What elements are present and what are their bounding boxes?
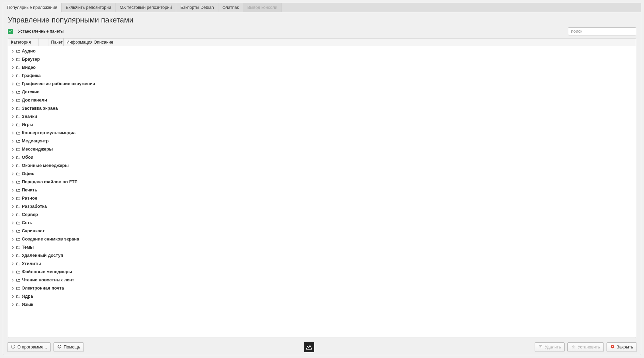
chevron-right-icon bbox=[11, 148, 14, 151]
category-row[interactable]: Передача файлов по FTP bbox=[8, 178, 636, 186]
chevron-right-icon bbox=[11, 238, 14, 241]
category-label: Создание снимков экрана bbox=[22, 236, 79, 243]
category-row[interactable]: Офис bbox=[8, 170, 636, 178]
chevron-right-icon bbox=[11, 107, 14, 110]
column-blank[interactable] bbox=[39, 38, 48, 46]
chevron-right-icon bbox=[11, 91, 14, 94]
category-label: Сервер bbox=[22, 211, 38, 218]
footer-bar: О программе... Помощь Удалить Установить bbox=[3, 339, 641, 355]
category-row[interactable]: Сервер bbox=[8, 211, 636, 219]
category-row[interactable]: Разработка bbox=[8, 202, 636, 211]
category-label: Скринкаст bbox=[22, 228, 45, 234]
category-row[interactable]: Браузер bbox=[8, 55, 636, 63]
category-row[interactable]: Разное bbox=[8, 194, 636, 202]
folder-icon bbox=[16, 286, 20, 291]
chevron-right-icon bbox=[11, 287, 14, 290]
chevron-right-icon bbox=[11, 156, 14, 159]
column-description[interactable]: Описание bbox=[91, 38, 636, 46]
category-row[interactable]: Обои bbox=[8, 153, 636, 161]
chevron-right-icon bbox=[11, 50, 14, 53]
folder-icon bbox=[16, 213, 20, 217]
category-row[interactable]: Графические рабочие окружения bbox=[8, 80, 636, 88]
category-row[interactable]: Детские bbox=[8, 88, 636, 96]
folder-icon bbox=[16, 245, 20, 250]
about-button[interactable]: О программе... bbox=[7, 342, 51, 352]
folder-icon bbox=[16, 229, 20, 233]
category-label: Сеть bbox=[22, 219, 32, 226]
category-row[interactable]: Создание снимков экрана bbox=[8, 235, 636, 243]
chevron-right-icon bbox=[11, 66, 14, 69]
folder-icon bbox=[16, 82, 20, 86]
category-row[interactable]: Язык bbox=[8, 300, 636, 309]
tree-body[interactable]: АудиоБраузерВидеоГрафикаГрафические рабо… bbox=[8, 46, 636, 338]
chevron-right-icon bbox=[11, 254, 14, 257]
install-label: Установить bbox=[578, 345, 600, 349]
category-row[interactable]: Электронная почта bbox=[8, 284, 636, 292]
chevron-right-icon bbox=[11, 205, 14, 208]
category-row[interactable]: Утилиты bbox=[8, 260, 636, 268]
category-label: Чтение новостных лент bbox=[22, 277, 74, 283]
column-package[interactable]: Пакет bbox=[48, 38, 64, 46]
folder-icon bbox=[16, 270, 20, 274]
category-row[interactable]: Видео bbox=[8, 63, 636, 72]
category-label: Медиацентр bbox=[22, 138, 49, 144]
column-info[interactable]: Информация bbox=[64, 38, 91, 46]
column-category[interactable]: Категория bbox=[8, 38, 39, 46]
category-row[interactable]: Аудио bbox=[8, 47, 636, 55]
lifebuoy-icon bbox=[57, 344, 62, 350]
tab-mx-тестовый-репозиторий[interactable]: MX тестовый репозиторий bbox=[116, 3, 176, 12]
search-input[interactable] bbox=[568, 27, 636, 35]
category-row[interactable]: Скринкаст bbox=[8, 227, 636, 235]
category-label: Электронная почта bbox=[22, 285, 64, 292]
category-row[interactable]: Удалённый доступ bbox=[8, 251, 636, 260]
category-row[interactable]: Мессенджеры bbox=[8, 145, 636, 153]
category-row[interactable]: Графика bbox=[8, 72, 636, 80]
folder-icon bbox=[16, 221, 20, 225]
chevron-right-icon bbox=[11, 197, 14, 200]
legend-text: = Установленные пакеты bbox=[14, 29, 64, 34]
page-title: Управление популярными пакетами bbox=[8, 16, 636, 25]
tab-бэкпорты-debian[interactable]: Бэкпорты Debian bbox=[176, 3, 218, 12]
category-row[interactable]: Печать bbox=[8, 186, 636, 194]
folder-icon bbox=[16, 237, 20, 242]
close-button[interactable]: Закрыть bbox=[607, 342, 637, 352]
uninstall-icon bbox=[538, 344, 543, 350]
chevron-right-icon bbox=[11, 123, 14, 126]
category-row[interactable]: Файловые менеджеры bbox=[8, 268, 636, 276]
category-row[interactable]: Док панели bbox=[8, 96, 636, 104]
folder-icon bbox=[16, 172, 20, 176]
svg-rect-10 bbox=[572, 348, 575, 348]
category-row[interactable]: Темы bbox=[8, 243, 636, 251]
category-row[interactable]: Игры bbox=[8, 121, 636, 129]
tab-популярные-приложения[interactable]: Популярные приложения bbox=[3, 3, 62, 12]
category-label: Конвертер мультимедиа bbox=[22, 129, 76, 136]
category-label: Графические рабочие окружения bbox=[22, 80, 95, 87]
install-button[interactable]: Установить bbox=[567, 342, 604, 352]
tab-включить-репозитории[interactable]: Включить репозитории bbox=[62, 3, 116, 12]
footer-spacer bbox=[87, 342, 532, 352]
folder-icon bbox=[16, 302, 20, 307]
category-row[interactable]: Оконные менеджеры bbox=[8, 161, 636, 170]
uninstall-button[interactable]: Удалить bbox=[535, 342, 565, 352]
chevron-right-icon bbox=[11, 99, 14, 102]
chevron-right-icon bbox=[11, 82, 14, 85]
info-icon bbox=[11, 344, 15, 350]
category-label: Значки bbox=[22, 113, 37, 120]
main-window: Популярные приложенияВключить репозитори… bbox=[3, 3, 641, 355]
chevron-right-icon bbox=[11, 262, 14, 265]
category-label: Файловые менеджеры bbox=[22, 268, 72, 275]
chevron-right-icon bbox=[11, 172, 14, 175]
category-row[interactable]: Медиацентр bbox=[8, 137, 636, 145]
category-row[interactable]: Сеть bbox=[8, 219, 636, 227]
category-row[interactable]: Чтение новостных лент bbox=[8, 276, 636, 284]
chevron-right-icon bbox=[11, 115, 14, 118]
legend-row: = Установленные пакеты bbox=[8, 27, 636, 35]
help-button[interactable]: Помощь bbox=[53, 342, 84, 352]
category-row[interactable]: Конвертер мультимедиа bbox=[8, 129, 636, 137]
category-row[interactable]: Значки bbox=[8, 112, 636, 121]
category-row[interactable]: Заставка экрана bbox=[8, 104, 636, 112]
tab-флатпак[interactable]: Флатпак bbox=[218, 3, 243, 12]
folder-icon bbox=[16, 114, 20, 119]
category-row[interactable]: Ядра bbox=[8, 292, 636, 300]
category-label: Заставка экрана bbox=[22, 105, 58, 112]
